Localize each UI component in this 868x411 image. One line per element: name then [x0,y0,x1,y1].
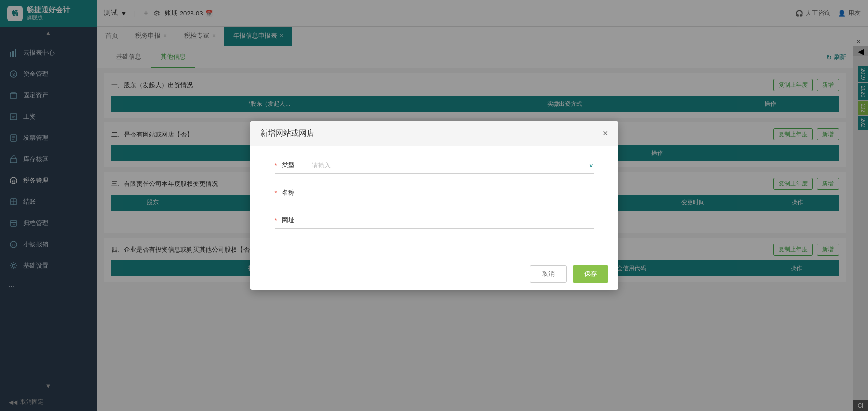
name-input[interactable] [303,189,594,197]
type-required-mark: * [275,162,277,169]
dialog-overlay[interactable]: 新增网站或网店 × * 类型 ∨ * 名称 [0,0,868,411]
form-row-type: * 类型 ∨ [275,161,594,174]
form-field-type: * 类型 ∨ [275,161,594,174]
save-button[interactable]: 保存 [573,265,608,283]
cancel-button[interactable]: 取消 [530,265,567,283]
form-row-url: * 网址 [275,216,594,229]
url-required-mark: * [275,217,277,224]
name-label-text: 名称 [282,188,294,197]
dialog-close-button[interactable]: × [603,128,608,138]
form-field-url: * 网址 [275,216,594,229]
form-row-name: * 名称 [275,188,594,201]
url-input[interactable] [303,217,594,224]
dialog-title: 新增网站或网店 [260,128,314,138]
type-label-text: 类型 [282,161,294,169]
dialog-add-website: 新增网站或网店 × * 类型 ∨ * 名称 [250,121,618,290]
url-label-text: 网址 [282,216,294,225]
form-field-name: * 名称 [275,188,594,201]
name-required-mark: * [275,189,277,197]
dialog-header: 新增网站或网店 × [250,121,618,146]
type-dropdown-icon[interactable]: ∨ [589,162,594,169]
dialog-footer: 取消 保存 [250,258,618,290]
dialog-body: * 类型 ∨ * 名称 * 网址 [250,146,618,258]
type-input[interactable] [312,162,584,169]
